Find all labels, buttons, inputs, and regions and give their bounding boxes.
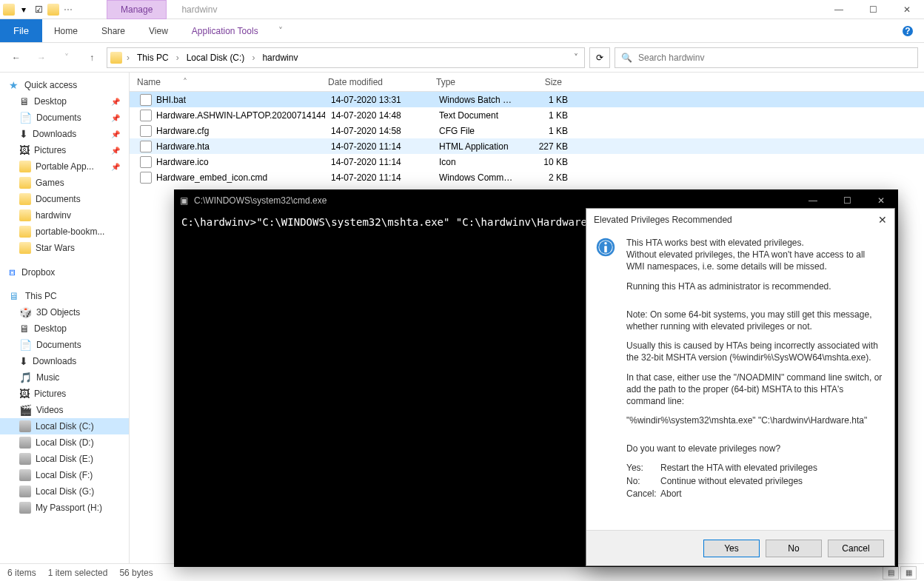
- sidebar-item[interactable]: 📄Documents📌: [0, 110, 129, 126]
- item-icon: ⬇: [19, 355, 28, 367]
- refresh-button[interactable]: ⟳: [589, 47, 610, 68]
- file-row[interactable]: Hardware.cfg14-07-2020 14:58CFG File1 KB: [130, 123, 924, 138]
- file-icon: [140, 110, 152, 121]
- cancel-button[interactable]: Cancel: [828, 540, 884, 557]
- folder-icon[interactable]: [3, 4, 15, 16]
- qat-dropdown-icon[interactable]: ▾: [18, 4, 30, 16]
- back-button[interactable]: ←: [6, 47, 27, 68]
- close-icon[interactable]: ✕: [878, 214, 887, 226]
- help-icon[interactable]: ?: [896, 19, 920, 42]
- sidebar-item[interactable]: 🎲3D Objects: [0, 304, 129, 320]
- search-input[interactable]: [638, 53, 911, 63]
- ribbon-expand-icon[interactable]: ˅: [270, 19, 291, 42]
- tab-view[interactable]: View: [137, 19, 180, 42]
- breadcrumb[interactable]: › This PC › Local Disk (C:) › hardwinv ˅: [107, 47, 585, 68]
- minimize-button[interactable]: —: [822, 0, 856, 19]
- column-headers[interactable]: Name˄ Date modified Type Size: [130, 73, 924, 92]
- tab-application-tools[interactable]: Application Tools: [180, 19, 270, 42]
- title-bar: ▾ ☑ ⋯ Manage hardwinv — ☐ ✕: [0, 0, 924, 19]
- breadcrumb-segment[interactable]: hardwinv: [259, 53, 301, 63]
- sidebar-item[interactable]: 📄Documents: [0, 337, 129, 353]
- column-type[interactable]: Type: [429, 77, 518, 87]
- sidebar-quick-access[interactable]: ★Quick access: [0, 77, 129, 93]
- tab-share[interactable]: Share: [90, 19, 137, 42]
- sidebar-item[interactable]: Games: [0, 175, 129, 191]
- ribbon-tabs: File Home Share View Application Tools ˅…: [0, 19, 924, 43]
- pin-icon: 📌: [111, 114, 120, 122]
- address-dropdown-icon[interactable]: ˅: [571, 53, 581, 63]
- sidebar-item[interactable]: hardwinv: [0, 207, 129, 224]
- pin-icon: 📌: [111, 130, 120, 138]
- drive-icon: [19, 437, 31, 449]
- chevron-right-icon[interactable]: ›: [124, 53, 133, 63]
- file-icon: [140, 172, 152, 184]
- cmd-icon: ▣: [180, 195, 188, 206]
- breadcrumb-segment[interactable]: This PC: [134, 53, 172, 63]
- folder-icon: [110, 52, 122, 64]
- navigation-pane[interactable]: ★Quick access 🖥Desktop📌📄Documents📌⬇Downl…: [0, 73, 130, 563]
- pin-icon: 📌: [111, 147, 120, 155]
- sidebar-item[interactable]: My Passport (H:): [0, 500, 129, 516]
- qat-overflow-icon[interactable]: ⋯: [62, 4, 74, 16]
- column-size[interactable]: Size: [518, 77, 569, 87]
- pin-icon: 📌: [111, 98, 120, 106]
- qat-properties-icon[interactable]: ☑: [33, 4, 44, 16]
- column-name[interactable]: Name˄: [130, 77, 321, 87]
- sidebar-item[interactable]: 🖼Pictures: [0, 386, 129, 402]
- sidebar-dropbox[interactable]: ⧈Dropbox: [0, 263, 129, 281]
- dropbox-icon: ⧈: [9, 266, 16, 278]
- item-icon: 🎵: [19, 372, 32, 383]
- sidebar-item[interactable]: 🖥Desktop: [0, 320, 129, 337]
- sidebar-item[interactable]: Documents: [0, 191, 129, 207]
- view-large-button[interactable]: ▦: [900, 566, 917, 580]
- pc-icon: 🖥: [9, 290, 19, 302]
- chevron-right-icon[interactable]: ›: [173, 53, 182, 63]
- star-icon: ★: [9, 79, 19, 91]
- forward-button[interactable]: →: [31, 47, 52, 68]
- sidebar-item[interactable]: 🖼Pictures📌: [0, 142, 129, 158]
- close-button[interactable]: ✕: [890, 0, 924, 19]
- sidebar-item[interactable]: Local Disk (F:): [0, 467, 129, 483]
- sidebar-this-pc[interactable]: 🖥This PC: [0, 288, 129, 304]
- sidebar-item[interactable]: Local Disk (E:): [0, 451, 129, 467]
- chevron-right-icon[interactable]: ›: [249, 53, 258, 63]
- no-button[interactable]: No: [766, 540, 822, 557]
- item-icon: 📄: [19, 112, 32, 124]
- sidebar-item[interactable]: Portable App...📌: [0, 158, 129, 175]
- sidebar-item[interactable]: ⬇Downloads: [0, 353, 129, 369]
- sidebar-item[interactable]: 🎵Music: [0, 369, 129, 386]
- sidebar-item[interactable]: portable-bookm...: [0, 224, 129, 240]
- breadcrumb-segment[interactable]: Local Disk (C:): [184, 53, 248, 63]
- dialog-title-bar[interactable]: Elevated Privileges Recommended ✕: [586, 209, 894, 231]
- sidebar-item[interactable]: 🎬Videos: [0, 402, 129, 418]
- up-button[interactable]: ↑: [81, 47, 102, 68]
- item-icon: 🖥: [19, 95, 30, 107]
- view-details-button[interactable]: ▤: [883, 566, 899, 580]
- item-icon: 🖼: [19, 144, 30, 156]
- file-row[interactable]: Hardware_embed_icon.cmd14-07-2020 11:14W…: [130, 169, 924, 185]
- status-item-count: 6 items: [7, 568, 36, 578]
- yes-button[interactable]: Yes: [703, 540, 760, 557]
- file-row[interactable]: Hardware.hta14-07-2020 11:14HTML Applica…: [130, 138, 924, 154]
- maximize-button[interactable]: ☐: [856, 0, 890, 19]
- file-row[interactable]: Hardware.ASHWIN-LAPTOP.20200714144...14-…: [130, 107, 924, 123]
- item-icon: 📄: [19, 339, 32, 351]
- folder-icon[interactable]: [47, 4, 59, 16]
- ribbon-context-tab[interactable]: Manage: [107, 0, 167, 19]
- sidebar-item[interactable]: Star Wars: [0, 240, 129, 256]
- sidebar-item[interactable]: Local Disk (G:): [0, 483, 129, 500]
- folder-icon: [19, 193, 31, 205]
- search-box[interactable]: 🔍: [615, 47, 918, 68]
- sidebar-item[interactable]: ⬇Downloads📌: [0, 126, 129, 142]
- folder-icon: [19, 209, 31, 221]
- sidebar-item[interactable]: Local Disk (D:): [0, 434, 129, 451]
- sidebar-item[interactable]: Local Disk (C:): [0, 418, 129, 434]
- tab-home[interactable]: Home: [42, 19, 90, 42]
- file-row[interactable]: Hardware.ico14-07-2020 11:14Icon10 KB: [130, 154, 924, 169]
- column-date[interactable]: Date modified: [321, 77, 429, 87]
- sidebar-item[interactable]: 🖥Desktop📌: [0, 93, 129, 110]
- item-icon: 🎲: [19, 306, 32, 318]
- recent-dropdown-icon[interactable]: ˅: [56, 47, 77, 68]
- file-tab[interactable]: File: [0, 19, 42, 42]
- file-row[interactable]: BHI.bat14-07-2020 13:31Windows Batch Fil…: [130, 92, 924, 107]
